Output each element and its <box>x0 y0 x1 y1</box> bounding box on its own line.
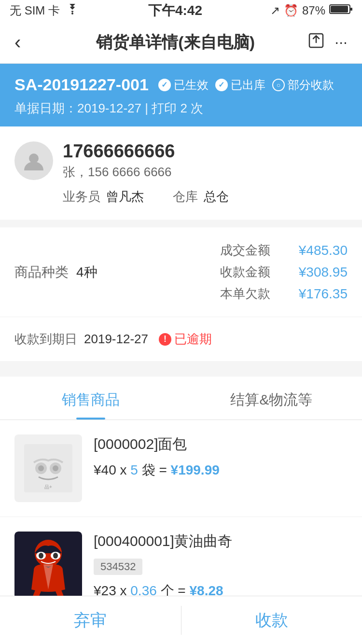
received-value: ¥308.95 <box>280 265 348 280</box>
customer-meta: 业务员 曾凡杰 仓库 总仓 <box>14 188 348 205</box>
svg-point-10 <box>53 465 58 471</box>
svg-rect-3 <box>331 6 348 13</box>
overdue-badge: ! 已逾期 <box>159 331 212 348</box>
product-info-2: [000400001]黄油曲奇 534532 ¥23 x 0.36 个 = ¥8… <box>94 532 348 600</box>
receive-payment-button[interactable]: 收款 <box>181 596 362 644</box>
status-badge-partial: ○ 部分收款 <box>272 77 334 93</box>
deal-amount-value: ¥485.30 <box>280 243 348 258</box>
salesperson-label: 业务员 <box>63 188 100 205</box>
received-label: 收款金额 <box>220 264 270 280</box>
deal-amount-item: 成交金额 ¥485.30 <box>220 242 348 259</box>
sim-status: 无 SIM 卡 <box>10 3 60 18</box>
owed-value: ¥176.35 <box>280 286 348 302</box>
deal-amount-label: 成交金额 <box>220 242 270 259</box>
due-date-section: 收款到期日 2019-12-27 ! 已逾期 <box>0 317 362 361</box>
header-banner-top: SA-20191227-001 ✓ 已生效 ✓ 已出库 ○ 部分收款 <box>14 75 348 94</box>
divider-1 <box>0 220 362 227</box>
cancel-review-button[interactable]: 弃审 <box>0 596 181 644</box>
header-banner-sub: 单据日期：2019-12-27 | 打印 2 次 <box>14 100 348 117</box>
nav-actions: ··· <box>307 32 348 53</box>
customer-name-sub: 张，156 6666 6666 <box>63 164 175 181</box>
svg-point-16 <box>39 553 43 559</box>
summary-section: 商品种类 4种 成交金额 ¥485.30 收款金额 ¥308.95 本单欠款 ¥… <box>0 227 362 317</box>
list-item: 品+ [0000002]面包 ¥40 x 5 袋 = ¥199.99 <box>0 420 362 517</box>
wifi-icon <box>65 4 80 17</box>
product-img-placeholder-1: 品+ <box>14 434 82 502</box>
status-badges: ✓ 已生效 ✓ 已出库 ○ 部分收款 <box>158 77 334 93</box>
status-badge-active: ✓ 已生效 <box>158 77 209 93</box>
owed-item: 本单欠款 ¥176.35 <box>220 285 348 302</box>
svg-point-17 <box>53 553 58 559</box>
svg-rect-2 <box>350 8 352 11</box>
product-type-value: 4种 <box>76 263 97 281</box>
product-image-2 <box>14 532 82 599</box>
header-banner: SA-20191227-001 ✓ 已生效 ✓ 已出库 ○ 部分收款 单据日期：… <box>0 64 362 126</box>
product-type-label: 商品种类 <box>14 263 69 281</box>
received-item: 收款金额 ¥308.95 <box>220 264 348 280</box>
back-button[interactable]: ‹ <box>14 31 43 53</box>
nav-bar: ‹ 销货单详情(来自电脑) ··· <box>0 21 362 64</box>
warehouse-label: 仓库 <box>173 188 198 205</box>
svg-text:品+: 品+ <box>44 484 52 490</box>
product-name-2: [000400001]黄油曲奇 <box>94 532 348 551</box>
salesperson-item: 业务员 曾凡杰 <box>63 188 144 205</box>
product-price-1: ¥40 x 5 袋 = ¥199.99 <box>94 461 348 479</box>
owed-label: 本单欠款 <box>220 285 270 302</box>
customer-phone: 17666666666 <box>63 141 175 162</box>
check-icon-2: ✓ <box>215 79 228 91</box>
summary-right: 成交金额 ¥485.30 收款金额 ¥308.95 本单欠款 ¥176.35 <box>220 242 348 302</box>
check-icon-1: ✓ <box>158 79 171 91</box>
order-id: SA-20191227-001 <box>14 75 149 94</box>
product-qty-1: 5 <box>130 462 138 477</box>
summary-left: 商品种类 4种 <box>14 263 97 281</box>
status-bar: 无 SIM 卡 下午4:42 ↗ ⏰ 87% <box>0 0 362 21</box>
tabs-section: 销售商品 结算&物流等 <box>0 377 362 420</box>
status-badge-shipped: ✓ 已出库 <box>215 77 265 93</box>
status-bar-time: 下午4:42 <box>148 1 202 20</box>
customer-row: 17666666666 张，156 6666 6666 <box>14 141 348 181</box>
product-image-1: 品+ <box>14 434 82 502</box>
customer-info: 17666666666 张，156 6666 6666 <box>63 141 175 181</box>
product-total-1: ¥199.99 <box>171 462 220 477</box>
clock-icon: ○ <box>272 79 285 91</box>
warehouse-value: 总仓 <box>204 188 229 205</box>
svg-point-9 <box>38 465 44 471</box>
status-bar-right: ↗ ⏰ 87% <box>270 3 352 18</box>
product-img-placeholder-2 <box>14 532 82 599</box>
status-bar-left: 无 SIM 卡 <box>10 3 80 18</box>
more-button[interactable]: ··· <box>334 33 348 51</box>
svg-point-0 <box>71 13 73 14</box>
battery-icon <box>329 3 352 18</box>
alarm-icon: ⏰ <box>284 4 298 17</box>
avatar <box>14 141 53 180</box>
product-info-1: [0000002]面包 ¥40 x 5 袋 = ¥199.99 <box>94 434 348 479</box>
tab-settlement[interactable]: 结算&物流等 <box>181 377 362 420</box>
page-title: 销货单详情(来自电脑) <box>43 31 307 54</box>
warehouse-item: 仓库 总仓 <box>173 188 229 205</box>
due-date-label: 收款到期日 <box>14 331 77 348</box>
product-tag-2: 534532 <box>94 558 348 575</box>
battery-text: 87% <box>302 4 325 17</box>
location-icon: ↗ <box>270 4 280 17</box>
bottom-bar: 弃审 收款 <box>0 596 362 644</box>
tab-products[interactable]: 销售商品 <box>0 377 181 420</box>
divider-2 <box>0 361 362 369</box>
product-list: 品+ [0000002]面包 ¥40 x 5 袋 = ¥199.99 <box>0 420 362 615</box>
salesperson-value: 曾凡杰 <box>106 188 144 205</box>
summary-row: 商品种类 4种 成交金额 ¥485.30 收款金额 ¥308.95 本单欠款 ¥… <box>14 242 348 302</box>
due-date-value: 2019-12-27 <box>84 332 148 347</box>
overdue-icon: ! <box>159 333 171 346</box>
customer-section: 17666666666 张，156 6666 6666 业务员 曾凡杰 仓库 总… <box>0 126 362 220</box>
overdue-text: 已逾期 <box>174 331 212 348</box>
share-button[interactable] <box>307 32 325 53</box>
product-name-1: [0000002]面包 <box>94 434 348 454</box>
